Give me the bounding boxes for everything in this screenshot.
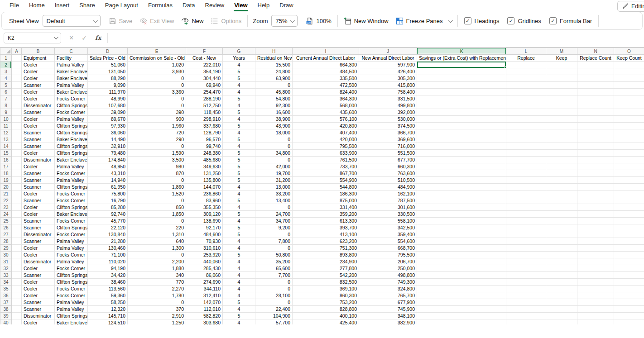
cell-K25[interactable] [417,218,506,224]
cell-F9[interactable]: 118,450 [186,109,223,116]
cell-E23[interactable]: 850 [128,204,186,211]
cell-H19[interactable]: 31,200 [255,177,293,184]
menu-tab-review[interactable]: Review [200,0,230,12]
cell-I21[interactable]: 186,300 [293,190,359,197]
formula-input[interactable] [108,31,644,45]
cell-F13[interactable]: 96,570 [186,136,223,143]
cell-M27[interactable] [546,231,577,238]
cell-J11[interactable]: 374,500 [359,123,417,129]
cell-J21[interactable]: 162,100 [359,190,417,197]
cell-N18[interactable] [577,170,614,177]
cell-J2[interactable]: 597,900 [359,62,417,68]
cell-N1[interactable]: Replace Count [577,55,614,62]
cell-K16[interactable] [417,157,506,163]
cell-I1[interactable]: Current Annual Direct Labor [293,55,359,62]
cell-A6[interactable] [12,89,22,95]
cell-H39[interactable]: 104,900 [255,313,293,319]
cell-F40[interactable]: 303,680 [186,319,223,325]
cell-E9[interactable]: 390 [128,109,186,116]
cell-G11[interactable]: 5 [223,123,255,129]
cell-H33[interactable]: 7,700 [255,272,293,279]
cell-I33[interactable]: 542,200 [293,272,359,279]
view-options-button[interactable]: Options [207,14,245,28]
cell-L2[interactable] [506,62,546,68]
cell-M1[interactable]: Keep [546,55,577,62]
cell-J6[interactable]: 758,400 [359,89,417,95]
cell-C28[interactable]: Palma Valley [55,238,88,245]
cell-O31[interactable] [614,258,644,265]
cell-L10[interactable] [506,116,546,123]
cell-M32[interactable] [546,265,577,272]
cell-H32[interactable]: 65,600 [255,265,293,272]
cell-C29[interactable]: Palma Valley [55,245,88,252]
cell-O39[interactable] [614,313,644,319]
cell-J20[interactable]: 484,900 [359,184,417,190]
row-header-31[interactable]: 31 [0,258,12,265]
cell-G39[interactable]: 5 [223,313,255,319]
cell-N5[interactable] [577,82,614,89]
cell-L19[interactable] [506,177,546,184]
cell-C37[interactable]: Palma Valley [55,299,88,306]
cell-A31[interactable] [12,258,22,265]
cell-N31[interactable] [577,258,614,265]
cell-H18[interactable]: 19,700 [255,170,293,177]
cell-O11[interactable] [614,123,644,129]
cell-G15[interactable]: 5 [223,150,255,157]
cell-O40[interactable] [614,319,644,325]
cell-L37[interactable] [506,299,546,306]
cell-C8[interactable]: Clifton Springs [55,102,88,109]
cell-I2[interactable]: 664,300 [293,62,359,68]
sheet-view-select[interactable]: Default [43,15,101,27]
cell-A39[interactable] [12,313,22,319]
cell-D37[interactable]: 58,250 [88,299,128,306]
cell-E14[interactable]: 0 [128,143,186,150]
cell-B10[interactable]: Cooler [22,116,55,123]
cell-O15[interactable] [614,150,644,157]
cell-L23[interactable] [506,204,546,211]
cell-C13[interactable]: Baker Enclave [55,136,88,143]
cell-N16[interactable] [577,157,614,163]
cell-I36[interactable]: 860,300 [293,292,359,299]
cell-A40[interactable] [12,319,22,325]
cell-F28[interactable]: 70,930 [186,238,223,245]
cell-N25[interactable] [577,218,614,224]
cell-D24[interactable]: 92,740 [88,211,128,218]
new-view-button[interactable]: New [178,14,207,28]
cell-M4[interactable] [546,75,577,82]
cell-E11[interactable]: 1,960 [128,123,186,129]
cell-G31[interactable]: 4 [223,258,255,265]
row-header-32[interactable]: 32 [0,265,12,272]
cell-G10[interactable]: 4 [223,116,255,123]
cell-E15[interactable]: 1,590 [128,150,186,157]
cell-C7[interactable]: Focks Corner [55,95,88,102]
menu-tab-share[interactable]: Share [74,0,100,12]
cell-I9[interactable]: 435,600 [293,109,359,116]
cell-H28[interactable]: 7,800 [255,238,293,245]
cell-F10[interactable]: 298,910 [186,116,223,123]
cell-N40[interactable] [577,319,614,325]
cell-L35[interactable] [506,286,546,292]
cell-L27[interactable] [506,231,546,238]
cancel-entry-icon[interactable]: × [69,34,73,42]
cell-A4[interactable] [12,75,22,82]
cell-H25[interactable]: 34,700 [255,218,293,224]
cell-C22[interactable]: Focks Corner [55,197,88,204]
cell-H34[interactable]: 0 [255,279,293,286]
cell-B4[interactable]: Cooler [22,75,55,82]
cell-A17[interactable] [12,163,22,170]
cell-D22[interactable]: 16,790 [88,197,128,204]
cell-I28[interactable]: 623,200 [293,238,359,245]
cell-J1[interactable]: New Annual Direct Labor [359,55,417,62]
cell-I7[interactable]: 364,300 [293,95,359,102]
cell-A2[interactable] [12,62,22,68]
cell-N4[interactable] [577,75,614,82]
cell-F38[interactable]: 112,010 [186,306,223,313]
cell-O1[interactable]: Keep Count [614,55,644,62]
row-header-3[interactable]: 3 [0,68,12,75]
cell-L13[interactable] [506,136,546,143]
cell-K37[interactable] [417,299,506,306]
cell-J12[interactable]: 366,700 [359,129,417,136]
cell-H38[interactable]: 22,400 [255,306,293,313]
cell-H23[interactable]: 0 [255,204,293,211]
column-header-G[interactable]: G [223,48,255,55]
